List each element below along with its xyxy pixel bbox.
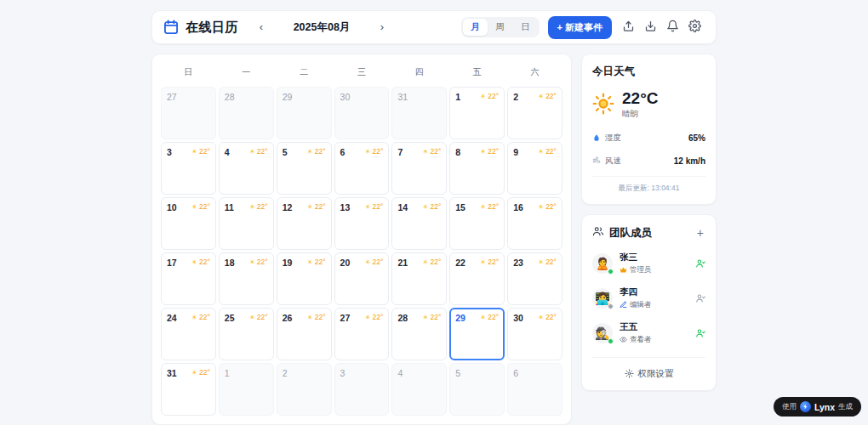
day-number: 6 bbox=[513, 368, 518, 378]
next-month-button[interactable]: › bbox=[373, 18, 391, 37]
calendar-day-cell[interactable]: 11☀22° bbox=[219, 197, 274, 250]
calendar-day-cell[interactable]: 28☀22° bbox=[391, 308, 447, 360]
permission-settings-label: 权限设置 bbox=[638, 368, 674, 380]
sun-icon: ☀ bbox=[307, 148, 313, 156]
calendar-day-cell[interactable]: 20☀22° bbox=[334, 252, 390, 305]
member-role-label: 管理员 bbox=[630, 265, 652, 275]
sun-icon: ☀ bbox=[191, 203, 197, 211]
humidity-label: 湿度 bbox=[605, 133, 621, 144]
calendar-day-cell[interactable]: 19☀22° bbox=[277, 252, 332, 305]
cell-temperature: 22° bbox=[315, 258, 326, 266]
add-member-button[interactable]: + bbox=[695, 225, 705, 241]
calendar-day-cell[interactable]: 23☀22° bbox=[507, 252, 562, 305]
notifications-button[interactable] bbox=[661, 16, 683, 38]
calendar-day-cell[interactable]: 18☀22° bbox=[219, 252, 274, 305]
day-number: 10 bbox=[167, 202, 177, 212]
settings-button[interactable] bbox=[683, 16, 705, 38]
team-divider bbox=[592, 357, 705, 358]
calendar-day-cell[interactable]: 15☀22° bbox=[449, 197, 505, 250]
calendar-day-cell[interactable]: 13☀22° bbox=[334, 197, 390, 250]
view-option-周[interactable]: 周 bbox=[488, 19, 513, 36]
weather-divider bbox=[592, 176, 705, 177]
calendar-day-cell: 5 bbox=[449, 363, 505, 416]
calendar-day-cell[interactable]: 27☀22° bbox=[334, 308, 390, 360]
cell-weather-badge: ☀22° bbox=[364, 147, 383, 156]
cell-temperature: 22° bbox=[373, 147, 384, 156]
member-status-icon[interactable] bbox=[695, 293, 705, 303]
view-option-日[interactable]: 日 bbox=[513, 19, 538, 36]
calendar-day-cell[interactable]: 4☀22° bbox=[219, 142, 274, 195]
calendar-day-cell[interactable]: 26☀22° bbox=[277, 308, 332, 360]
calendar-day-cell[interactable]: 17☀22° bbox=[161, 252, 216, 305]
calendar-grid: 27282930311☀22°2☀22°3☀22°4☀22°5☀22°6☀22°… bbox=[161, 87, 562, 416]
sun-icon: ☀ bbox=[249, 148, 255, 156]
eye-icon bbox=[620, 336, 627, 345]
cell-temperature: 22° bbox=[199, 202, 210, 211]
calendar-day-cell[interactable]: 16☀22° bbox=[507, 197, 562, 250]
droplet-icon bbox=[592, 130, 601, 145]
day-number: 31 bbox=[167, 368, 177, 378]
status-dot bbox=[608, 269, 614, 275]
member-role-label: 查看者 bbox=[630, 335, 652, 345]
day-number: 28 bbox=[225, 92, 235, 102]
calendar-day-cell[interactable]: 1☀22° bbox=[449, 87, 505, 139]
day-number: 4 bbox=[225, 147, 230, 157]
cell-weather-badge: ☀22° bbox=[307, 147, 326, 156]
calendar-day-cell[interactable]: 8☀22° bbox=[449, 142, 505, 195]
day-number: 28 bbox=[397, 313, 408, 323]
avatar: 🕵️ bbox=[592, 323, 613, 343]
calendar-day-cell[interactable]: 10☀22° bbox=[161, 197, 216, 250]
day-number: 20 bbox=[340, 258, 351, 268]
day-number: 1 bbox=[455, 92, 460, 102]
weather-card: 今日天气 22°C 晴朗 bbox=[581, 54, 717, 205]
calendar-day-cell[interactable]: 21☀22° bbox=[391, 252, 447, 305]
cell-weather-badge: ☀22° bbox=[307, 258, 326, 266]
calendar-day-cell: 2 bbox=[277, 363, 332, 416]
current-month-label: 2025年08月 bbox=[271, 20, 373, 35]
day-number: 2 bbox=[283, 368, 288, 378]
cell-temperature: 22° bbox=[488, 258, 499, 266]
sun-icon: ☀ bbox=[538, 314, 544, 321]
calendar-day-cell[interactable]: 25☀22° bbox=[219, 308, 274, 360]
prev-month-button[interactable]: ‹ bbox=[252, 18, 271, 37]
day-number: 3 bbox=[340, 368, 345, 378]
calendar-day-cell[interactable]: 22☀22° bbox=[449, 252, 505, 305]
calendar-day-cell[interactable]: 9☀22° bbox=[507, 142, 562, 195]
cell-temperature: 22° bbox=[545, 313, 557, 321]
download-button[interactable] bbox=[639, 16, 661, 38]
sun-icon: ☀ bbox=[307, 203, 313, 211]
day-number: 12 bbox=[283, 202, 293, 212]
calendar-day-cell-selected[interactable]: 29☀22° bbox=[449, 308, 505, 360]
gear-icon bbox=[688, 20, 701, 35]
calendar-day-cell[interactable]: 30☀22° bbox=[507, 308, 562, 360]
calendar-day-cell[interactable]: 24☀22° bbox=[161, 308, 216, 360]
day-number: 13 bbox=[340, 202, 351, 212]
calendar-day-cell[interactable]: 31☀22° bbox=[161, 363, 216, 416]
sun-icon: ☀ bbox=[249, 203, 255, 211]
calendar-day-cell[interactable]: 5☀22° bbox=[277, 142, 332, 195]
calendar-day-cell[interactable]: 14☀22° bbox=[391, 197, 447, 250]
view-option-月[interactable]: 月 bbox=[463, 19, 488, 36]
sun-icon: ☀ bbox=[480, 203, 486, 211]
lynx-badge[interactable]: 使用 Lynx 生成 bbox=[774, 397, 861, 416]
calendar-day-cell[interactable]: 2☀22° bbox=[507, 87, 562, 139]
calendar-day-cell[interactable]: 12☀22° bbox=[277, 197, 332, 250]
new-event-button[interactable]: + 新建事件 bbox=[548, 16, 612, 39]
sun-icon: ☀ bbox=[191, 369, 197, 377]
month-navigation: ‹ 2025年08月 › bbox=[252, 18, 391, 37]
calendar-day-cell[interactable]: 6☀22° bbox=[334, 142, 390, 195]
member-status-icon[interactable] bbox=[695, 328, 705, 338]
cell-weather-badge: ☀22° bbox=[249, 313, 268, 321]
permission-settings-button[interactable]: 权限设置 bbox=[592, 365, 705, 380]
share-button[interactable] bbox=[617, 16, 639, 38]
member-role: 管理员 bbox=[620, 265, 652, 275]
member-info: 王五查看者 bbox=[620, 321, 652, 345]
day-number: 22 bbox=[455, 258, 465, 268]
calendar-day-cell[interactable]: 3☀22° bbox=[161, 142, 216, 195]
cell-weather-badge: ☀22° bbox=[191, 202, 210, 211]
cell-weather-badge: ☀22° bbox=[422, 147, 441, 156]
day-number: 18 bbox=[225, 258, 235, 268]
calendar-day-cell[interactable]: 7☀22° bbox=[391, 142, 447, 195]
member-status-icon[interactable] bbox=[695, 258, 705, 269]
day-number: 25 bbox=[225, 313, 235, 323]
